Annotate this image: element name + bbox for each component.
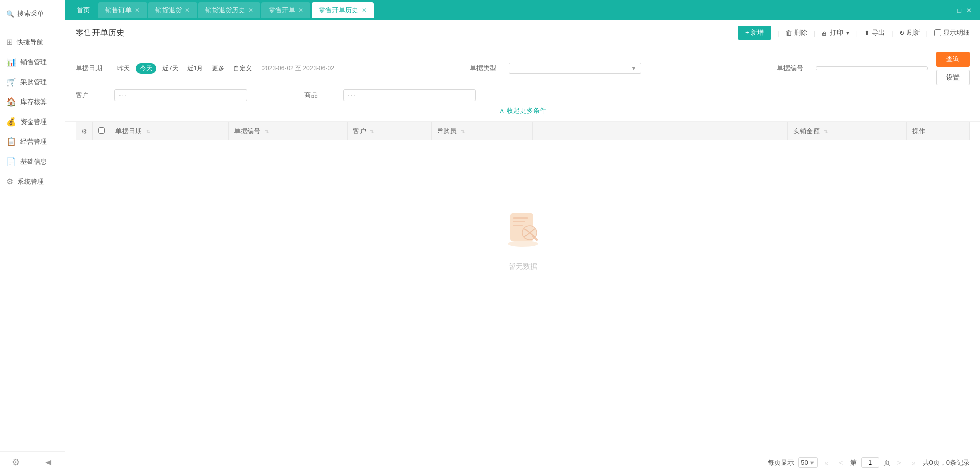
guide-sort-icon[interactable]: ⇅ — [461, 129, 465, 134]
sidebar-item-sales-mgmt[interactable]: 📊 销售管理 — [0, 52, 65, 72]
first-page-btn[interactable]: « — [822, 458, 832, 468]
window-close[interactable]: ✕ — [966, 7, 972, 14]
tab-retail-open-history-close[interactable]: ✕ — [362, 7, 367, 14]
date-btn-last7[interactable]: 近7天 — [159, 63, 181, 74]
total-info: 共0页，0条记录 — [923, 458, 970, 467]
customer-sort-icon[interactable]: ⇅ — [370, 129, 374, 134]
display-toggle-label: 显示明细 — [943, 28, 970, 37]
column-settings-icon[interactable]: ⚙ — [81, 128, 87, 135]
sidebar-item-operations-label: 经营管理 — [20, 137, 47, 146]
display-toggle[interactable]: 显示明细 — [934, 28, 970, 37]
window-maximize[interactable]: □ — [957, 7, 961, 14]
date-btn-custom[interactable]: 自定义 — [230, 63, 255, 74]
date-sort-icon[interactable]: ⇅ — [146, 129, 150, 134]
collapse-btn[interactable]: ∧ 收起更多条件 — [76, 106, 970, 119]
customer-input[interactable]: ··· — [114, 89, 247, 101]
per-page-arrow: ▼ — [809, 460, 815, 466]
number-sort-icon[interactable]: ⇅ — [265, 129, 269, 134]
tab-sales-order[interactable]: 销售订单 ✕ — [98, 2, 147, 18]
goods-input[interactable]: ··· — [343, 89, 476, 101]
basic-info-icon: 📄 — [6, 157, 16, 166]
tab-sales-order-label: 销售订单 — [105, 6, 132, 15]
th-guide[interactable]: 导购员 ⇅ — [432, 122, 533, 140]
prev-page-btn[interactable]: < — [835, 458, 846, 468]
date-btn-yesterday[interactable]: 昨天 — [114, 63, 133, 74]
doc-type-select[interactable]: ▼ — [509, 63, 641, 74]
page-header: 零售开单历史 + 新增 | 🗑 删除 | 🖨 打印 ▼ | ⬆ 导出 — [65, 20, 980, 45]
collapse-label: 收起更多条件 — [507, 106, 546, 115]
page-input[interactable] — [861, 457, 879, 468]
print-button[interactable]: 🖨 打印 ▼ — [821, 28, 850, 37]
svg-rect-3 — [513, 221, 525, 222]
last-page-btn[interactable]: » — [909, 458, 919, 468]
doc-type-arrow: ▼ — [631, 65, 637, 72]
th-number-label: 单据编号 — [234, 127, 260, 135]
add-button[interactable]: + 新增 — [738, 26, 771, 40]
sidebar-item-system-label: 系统管理 — [17, 177, 44, 186]
per-page-label: 每页显示 — [768, 458, 794, 467]
tab-retail-open-history[interactable]: 零售开单历史 ✕ — [312, 2, 374, 18]
tab-home[interactable]: 首页 — [69, 2, 97, 18]
sidebar-item-basic-info[interactable]: 📄 基础信息 — [0, 152, 65, 171]
doc-number-input[interactable] — [816, 66, 928, 70]
export-button[interactable]: ⬆ 导出 — [864, 28, 885, 37]
sidebar-item-quick-nav[interactable]: ⊞ 快捷导航 — [0, 32, 65, 52]
toolbar: + 新增 | 🗑 删除 | 🖨 打印 ▼ | ⬆ 导出 | — [738, 26, 970, 40]
refresh-button[interactable]: ↻ 刷新 — [899, 28, 920, 37]
tab-sales-return-close[interactable]: ✕ — [185, 7, 190, 14]
sidebar-search[interactable]: 🔍 搜索采单 — [0, 6, 65, 21]
settings-button[interactable]: 设置 — [936, 70, 970, 85]
sidebar-settings-button[interactable]: ⚙ — [12, 457, 20, 468]
tab-sales-return-history-label: 销货退货历史 — [205, 6, 245, 15]
next-page-btn[interactable]: > — [894, 458, 904, 468]
th-number[interactable]: 单据编号 ⇅ — [229, 122, 347, 140]
pagination: 每页显示 50 ▼ « < 第 页 > » 共0页，0条记录 — [65, 452, 980, 473]
sidebar-item-finance[interactable]: 💰 资金管理 — [0, 112, 65, 132]
goods-dots: ··· — [348, 91, 356, 99]
empty-text: 暂无数据 — [509, 262, 537, 271]
th-settings[interactable]: ⚙ — [76, 122, 93, 140]
date-btn-today[interactable]: 今天 — [136, 63, 156, 74]
goods-label: 商品 — [304, 91, 335, 100]
tab-sales-return-history-close[interactable]: ✕ — [248, 7, 253, 14]
tab-retail-open[interactable]: 零售开单 ✕ — [261, 2, 310, 18]
sidebar-item-purchase-mgmt[interactable]: 🛒 采购管理 — [0, 72, 65, 92]
per-page-select[interactable]: 50 ▼ — [798, 457, 817, 468]
th-date-label: 单据日期 — [115, 127, 142, 135]
th-action: 操作 — [906, 122, 969, 140]
date-btn-more[interactable]: 更多 — [209, 63, 227, 74]
th-checkbox[interactable] — [93, 122, 110, 140]
filter-area: 单据日期 昨天 今天 近7天 近1月 更多 自定义 2023-06-02 至 2… — [65, 45, 980, 122]
amount-sort-icon[interactable]: ⇅ — [824, 129, 828, 134]
sidebar-item-system-mgmt[interactable]: ⚙ 系统管理 — [0, 171, 65, 191]
print-arrow: ▼ — [845, 30, 850, 36]
table-area: ⚙ 单据日期 ⇅ 单据编号 ⇅ — [65, 122, 980, 452]
print-icon: 🖨 — [821, 29, 828, 37]
delete-button[interactable]: 🗑 删除 — [785, 28, 807, 37]
tab-sales-order-close[interactable]: ✕ — [135, 7, 140, 14]
display-toggle-checkbox[interactable] — [934, 29, 941, 36]
sidebar-item-inventory[interactable]: 🏠 库存核算 — [0, 92, 65, 112]
customer-label: 客户 — [76, 91, 106, 100]
operations-icon: 📋 — [6, 137, 16, 146]
th-date[interactable]: 单据日期 ⇅ — [110, 122, 229, 140]
window-minimize[interactable]: — — [945, 7, 952, 14]
search-icon: 🔍 — [6, 10, 14, 18]
th-amount[interactable]: 实销金额 ⇅ — [788, 122, 906, 140]
query-button[interactable]: 查询 — [936, 52, 970, 67]
tab-sales-return[interactable]: 销货退货 ✕ — [148, 2, 197, 18]
sidebar-item-operations[interactable]: 📋 经营管理 — [0, 132, 65, 152]
tabs-bar: 首页 销售订单 ✕ 销货退货 ✕ 销货退货历史 ✕ 零售开单 ✕ 零售开单历史 … — [65, 0, 980, 20]
date-btn-last-month[interactable]: 近1月 — [184, 63, 206, 74]
date-range: 2023-06-02 至 2023-06-02 — [262, 64, 334, 73]
tab-retail-open-close[interactable]: ✕ — [298, 7, 303, 14]
system-icon: ⚙ — [6, 177, 13, 186]
content: 零售开单历史 + 新增 | 🗑 删除 | 🖨 打印 ▼ | ⬆ 导出 — [65, 20, 980, 473]
sep3: | — [856, 29, 858, 37]
select-all-checkbox[interactable] — [98, 127, 105, 134]
th-amount-label: 实销金额 — [793, 127, 820, 135]
tab-sales-return-history[interactable]: 销货退货历史 ✕ — [198, 2, 260, 18]
th-customer[interactable]: 客户 ⇅ — [347, 122, 431, 140]
filter-date-btns: 昨天 今天 近7天 近1月 更多 自定义 2023-06-02 至 2023-0… — [114, 63, 334, 74]
sidebar-collapse-button[interactable]: ◄ — [44, 457, 53, 468]
